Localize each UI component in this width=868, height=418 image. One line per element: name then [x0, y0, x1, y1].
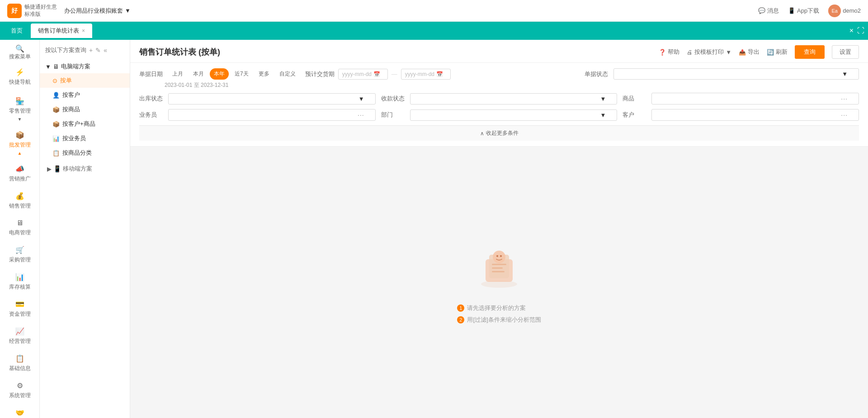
scheme-group-mobile-header[interactable]: ▶ 📱 移动端方案	[40, 162, 130, 176]
empty-tips: 1 请先选择要分析的方案 2 用[过滤]条件来缩小分析范围	[457, 304, 541, 324]
print-dropdown-icon: ▼	[726, 49, 731, 56]
out-status-filter: 出库状态 ▼	[139, 93, 376, 104]
pay-status-select[interactable]: ▼	[410, 93, 618, 104]
scheme-item-by-order[interactable]: ⊙ 按单	[40, 73, 130, 88]
expected-date-from-input[interactable]: yyyy-mm-dd 📅	[338, 69, 388, 80]
tab-bar: 首页 销售订单统计表 × × ⛶	[0, 22, 868, 40]
sidebar-item-retail[interactable]: 🏪 零售管理 ▼	[0, 92, 39, 126]
sidebar-item-marketing[interactable]: 📣 营销推广	[0, 160, 39, 187]
help-icon: ❓	[659, 49, 666, 56]
sidebar-item-inventory[interactable]: 📊 库存核算	[0, 268, 39, 295]
sidebar: 🔍 搜索菜单 ⚡ 快捷导航 🏪 零售管理 ▼ 📦 批发管理 ▲ 📣 营销推广 💰…	[0, 40, 40, 418]
salesperson-more-icon[interactable]: ···	[358, 111, 364, 119]
scheme-group-desktop-header[interactable]: ▼ 🖥 电脑端方案	[40, 60, 130, 73]
salesperson-select[interactable]: ···	[168, 109, 376, 121]
chevron-down-icon: ▼	[359, 95, 364, 102]
empty-illustration	[472, 241, 526, 297]
app-download-button[interactable]: 📱 App下载	[788, 7, 819, 15]
date-range-display: 2023-01-01 至 2023-12-31	[139, 81, 859, 89]
customer-select[interactable]: ···	[651, 109, 859, 121]
chevron-up-icon: ∧	[480, 130, 484, 137]
filter-row-2: 出库状态 ▼ 收款状态 ▼ 商品	[139, 93, 859, 104]
tab-maximize-icon[interactable]: ⛶	[857, 27, 864, 35]
out-status-select[interactable]: ▼	[168, 93, 376, 104]
goods-filter: 商品 ···	[623, 93, 859, 104]
edit-scheme-button[interactable]: ✎	[95, 47, 101, 54]
collapse-panel-button[interactable]: «	[104, 47, 107, 54]
status-filter: 单据状态 ▼	[585, 68, 859, 80]
date-more-btn[interactable]: 更多	[255, 68, 274, 80]
svg-rect-4	[492, 267, 503, 269]
date-this-year-btn[interactable]: 本年	[210, 68, 229, 80]
calendar-icon: 📅	[373, 71, 380, 77]
sidebar-item-operations[interactable]: 📈 经营管理	[0, 323, 39, 350]
sidebar-search[interactable]: 🔍 搜索菜单	[0, 40, 39, 63]
message-icon: 💬	[758, 7, 765, 14]
sidebar-item-basic-info[interactable]: 📋 基础信息	[0, 350, 39, 377]
date-last-month-btn[interactable]: 上月	[168, 68, 187, 80]
scheme-item-by-goods[interactable]: 📦 按商品	[40, 102, 130, 117]
company-selector[interactable]: 办公用品行业模拟账套 ▼	[61, 7, 134, 15]
tab-close-icon[interactable]: ×	[82, 28, 85, 34]
sidebar-item-ecommerce[interactable]: 🖥 电商管理	[0, 214, 39, 241]
main-header: 销售订单统计表 (按单) ❓ 帮助 🖨 按模板打印 ▼ 📤 导	[130, 40, 868, 63]
help-button[interactable]: ❓ 帮助	[659, 48, 679, 56]
svg-rect-3	[492, 264, 506, 265]
status-select[interactable]: ▼	[613, 68, 859, 80]
export-icon: 📤	[739, 49, 746, 56]
sidebar-item-finance[interactable]: 💳 资金管理	[0, 295, 39, 323]
avatar: Ea	[828, 5, 841, 17]
logo-area: 好 畅捷通好生意 标准版	[7, 4, 57, 18]
scheme-item-by-salesperson[interactable]: 📊 按业务员	[40, 131, 130, 146]
header-actions: ❓ 帮助 🖨 按模板打印 ▼ 📤 导出 🔄 刷新	[659, 45, 859, 59]
user-profile[interactable]: Ea demo2	[828, 5, 861, 17]
tab-minimize-icon[interactable]: ×	[849, 27, 854, 35]
tab-bar-actions: × ⛶	[849, 27, 864, 35]
date-custom-btn[interactable]: 自定义	[275, 68, 300, 80]
scheme-item-by-category[interactable]: 📋 按商品分类	[40, 146, 130, 160]
left-panel: 按以下方案查询 + ✎ « ▼ 🖥 电脑端方案 ⊙ 按单 👤 按客户	[40, 40, 130, 418]
expected-date-to-input[interactable]: yyyy-mm-dd 📅	[401, 69, 451, 80]
panel-toolbar: 按以下方案查询 + ✎ «	[40, 43, 130, 58]
radio-icon: ⊙	[52, 77, 57, 84]
sidebar-item-cooperation[interactable]: 🤝 企业协同	[0, 404, 39, 418]
svg-point-8	[500, 255, 502, 257]
settings-button[interactable]: 设置	[832, 45, 859, 59]
export-button[interactable]: 📤 导出	[739, 48, 760, 56]
goods-more-icon[interactable]: ···	[841, 95, 848, 102]
sidebar-item-purchase[interactable]: 🛒 采购管理	[0, 241, 39, 268]
date-last-7-btn[interactable]: 近7天	[231, 68, 253, 80]
top-bar-left: 好 畅捷通好生意 标准版 办公用品行业模拟账套 ▼	[7, 4, 134, 18]
print-icon: 🖨	[687, 49, 693, 56]
message-button[interactable]: 💬 消息	[758, 7, 779, 15]
scheme-item-by-customer-goods[interactable]: 📦 按客户+商品	[40, 117, 130, 131]
refresh-button[interactable]: 🔄 刷新	[767, 48, 788, 56]
app-icon: 📱	[788, 7, 795, 14]
refresh-icon: 🔄	[767, 49, 774, 56]
add-scheme-button[interactable]: +	[89, 47, 93, 54]
page-title: 销售订单统计表 (按单)	[139, 47, 220, 57]
sidebar-item-sales[interactable]: 💰 销售管理	[0, 187, 39, 214]
sidebar-item-wholesale[interactable]: 📦 批发管理 ▲	[0, 126, 39, 160]
main-layout: 🔍 搜索菜单 ⚡ 快捷导航 🏪 零售管理 ▼ 📦 批发管理 ▲ 📣 营销推广 💰…	[0, 40, 868, 418]
print-button[interactable]: 🖨 按模板打印 ▼	[687, 48, 731, 56]
pay-status-filter: 收款状态 ▼	[381, 93, 618, 104]
svg-rect-5	[492, 271, 505, 272]
tab-sales-order[interactable]: 销售订单统计表 ×	[31, 24, 92, 38]
search-button[interactable]: 查询	[795, 45, 825, 59]
customer-more-icon[interactable]: ···	[841, 111, 848, 119]
sidebar-item-quick-nav[interactable]: ⚡ 快捷导航	[0, 63, 39, 90]
tab-home[interactable]: 首页	[4, 24, 30, 38]
goods-select[interactable]: ···	[651, 93, 859, 104]
dept-select[interactable]: ▼	[410, 109, 618, 121]
chevron-down-icon: ▼	[600, 95, 606, 102]
filter-row-3: 业务员 ··· 部门 ▼ 客户	[139, 109, 859, 121]
dept-filter: 部门 ▼	[381, 109, 618, 121]
date-filter-group: 单据日期 上月 本月 本年 近7天 更多 自定义	[139, 68, 300, 80]
chevron-down-icon: ▼	[842, 71, 848, 77]
content-area: 按以下方案查询 + ✎ « ▼ 🖥 电脑端方案 ⊙ 按单 👤 按客户	[40, 40, 868, 418]
sidebar-item-system[interactable]: ⚙ 系统管理	[0, 377, 39, 404]
scheme-item-by-customer[interactable]: 👤 按客户	[40, 88, 130, 102]
date-this-month-btn[interactable]: 本月	[189, 68, 208, 80]
collapse-filters-button[interactable]: ∧ 收起更多条件	[139, 125, 859, 141]
